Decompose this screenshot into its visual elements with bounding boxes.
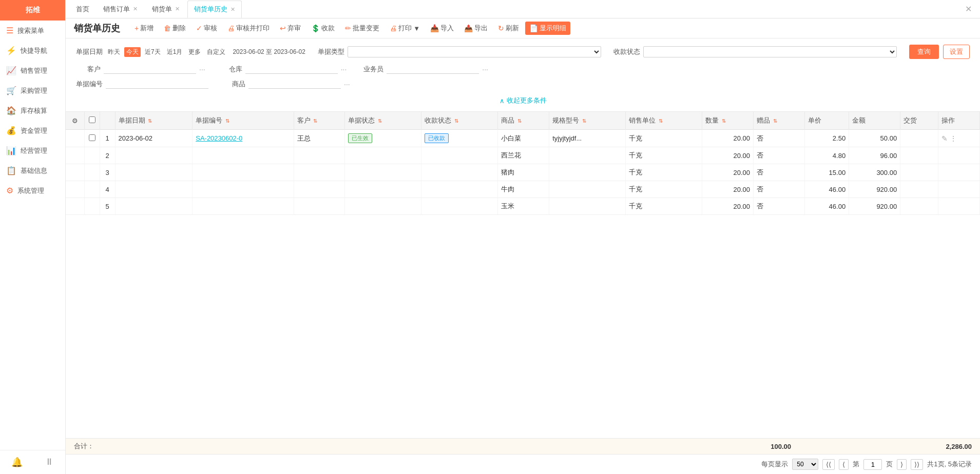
- sidebar-item-sales-mgmt[interactable]: 📈 销售管理: [0, 61, 65, 81]
- tab-sales-order-close[interactable]: ✕: [133, 6, 138, 12]
- row-num: 3: [100, 164, 115, 181]
- add-button[interactable]: + 新增: [130, 22, 158, 35]
- doc-type-select[interactable]: [348, 46, 601, 57]
- collect-icon: 💲: [311, 24, 320, 32]
- more-icon[interactable]: ⋮: [950, 134, 957, 143]
- row-unit-price: 46.00: [804, 181, 849, 198]
- table-body: 1 2023-06-02 SA-20230602-0 王总 已生效 已收款 小白…: [66, 130, 980, 215]
- collect-button[interactable]: 💲 收款: [307, 22, 339, 35]
- sidebar-item-label: 采购管理: [21, 86, 47, 95]
- col-spec[interactable]: 规格型号 ⇅: [549, 112, 626, 130]
- doc-number-input[interactable]: [106, 79, 208, 89]
- row-payment-status: [421, 164, 498, 181]
- edit-icon[interactable]: ✎: [941, 134, 948, 143]
- salesperson-input[interactable]: [387, 64, 479, 74]
- shortcut-custom[interactable]: 自定义: [205, 47, 227, 57]
- refresh-icon: ↻: [498, 24, 504, 32]
- pause-icon[interactable]: ⏸: [43, 455, 56, 470]
- refresh-button[interactable]: ↻ 刷新: [494, 22, 523, 35]
- row-check[interactable]: [84, 130, 100, 147]
- first-page-button[interactable]: ⟨⟨: [822, 459, 835, 470]
- row-goods: 猪肉: [498, 164, 549, 181]
- row-check[interactable]: [84, 181, 100, 198]
- row-goods: 西兰花: [498, 147, 549, 164]
- col-sales-unit[interactable]: 销售单位 ⇅: [626, 112, 702, 130]
- row-doc-number[interactable]: [193, 147, 294, 164]
- sidebar-item-ops-mgmt[interactable]: 📊 经营管理: [0, 141, 65, 161]
- notification-icon[interactable]: 🔔: [9, 455, 25, 470]
- tab-sales-history-label: 销货单历史: [194, 5, 227, 14]
- sidebar-item-purchase-mgmt[interactable]: 🛒 采购管理: [0, 81, 65, 101]
- shortcut-yesterday[interactable]: 昨天: [106, 47, 122, 57]
- batch-change-button[interactable]: ✏ 批量变更: [341, 22, 383, 35]
- row-doc-number[interactable]: [193, 181, 294, 198]
- sidebar-item-inventory[interactable]: 🏠 库存核算: [0, 101, 65, 121]
- setting-button[interactable]: 设置: [943, 45, 970, 59]
- col-goods[interactable]: 商品 ⇅: [498, 112, 549, 130]
- col-customer[interactable]: 客户 ⇅: [294, 112, 345, 130]
- abandon-button[interactable]: ↩ 弃审: [276, 22, 305, 35]
- row-customer: [294, 164, 345, 181]
- sidebar-item-search-menu[interactable]: ☰ 搜索菜单: [0, 21, 65, 41]
- sidebar-item-finance-mgmt[interactable]: 💰 资金管理: [0, 121, 65, 141]
- warehouse-ellipsis[interactable]: ···: [341, 65, 347, 73]
- row-sales-unit: 千克: [626, 181, 702, 198]
- select-all-checkbox[interactable]: [89, 116, 95, 123]
- salesperson-ellipsis[interactable]: ···: [482, 65, 488, 73]
- export-button[interactable]: 📤 导出: [460, 22, 492, 35]
- col-doc-date[interactable]: 单据日期 ⇅: [115, 112, 193, 130]
- tab-sales-history[interactable]: 销货单历史 ✕: [187, 1, 242, 18]
- row-check[interactable]: [84, 164, 100, 181]
- col-gear[interactable]: ⚙: [66, 112, 84, 130]
- row-doc-number[interactable]: [193, 198, 294, 215]
- per-page-select[interactable]: 50 20 100: [792, 459, 818, 470]
- last-page-button[interactable]: ⟩⟩: [911, 459, 923, 470]
- print-button[interactable]: 🖨 打印 ▼: [386, 22, 424, 35]
- sidebar-item-quick-nav[interactable]: ⚡ 快捷导航: [0, 41, 65, 61]
- next-page-button[interactable]: ⟩: [897, 459, 907, 470]
- shortcut-last1month[interactable]: 近1月: [165, 47, 185, 57]
- goods-input[interactable]: [248, 79, 341, 89]
- col-quantity[interactable]: 数量 ⇅: [702, 112, 754, 130]
- tab-home[interactable]: 首页: [70, 1, 95, 18]
- payment-status-select[interactable]: [643, 46, 897, 57]
- delete-button[interactable]: 🗑 删除: [160, 22, 190, 35]
- tab-sales-delivery[interactable]: 销货单 ✕: [145, 1, 186, 18]
- warehouse-input[interactable]: [245, 64, 338, 74]
- shortcut-last7days[interactable]: 近7天: [143, 47, 163, 57]
- customer-input[interactable]: [104, 64, 196, 74]
- col-doc-status[interactable]: 单据状态 ⇅: [345, 112, 421, 130]
- collapse-button[interactable]: ∧ 收起更多条件: [76, 94, 970, 105]
- audit-button[interactable]: ✓ 审核: [192, 22, 221, 35]
- row-doc-date: [115, 181, 193, 198]
- filter-row-1: 单据日期 昨天 今天 近7天 近1月 更多 自定义 2023-06-02 至 2…: [76, 45, 970, 59]
- page-number-input[interactable]: [863, 459, 882, 470]
- col-doc-number[interactable]: 单据编号 ⇅: [193, 112, 294, 130]
- row-doc-number[interactable]: [193, 164, 294, 181]
- window-close-icon[interactable]: ✕: [961, 4, 976, 14]
- sidebar-item-sys-mgmt[interactable]: ⚙ 系统管理: [0, 181, 65, 201]
- goods-ellipsis[interactable]: ···: [344, 80, 350, 88]
- import-button[interactable]: 📥 导入: [426, 22, 458, 35]
- tab-sales-delivery-close[interactable]: ✕: [175, 6, 180, 12]
- tab-sales-order[interactable]: 销售订单 ✕: [97, 1, 144, 18]
- shortcut-more[interactable]: 更多: [186, 47, 203, 57]
- shortcut-today[interactable]: 今天: [124, 47, 141, 57]
- show-detail-button[interactable]: 📄 显示明细: [525, 22, 570, 35]
- audit-print-button[interactable]: 🖨 审核并打印: [223, 22, 274, 35]
- sort-spec-icon: ⇅: [582, 118, 586, 124]
- customer-filter: 客户 ···: [76, 64, 205, 74]
- row-check[interactable]: [84, 147, 100, 164]
- customer-ellipsis[interactable]: ···: [199, 65, 205, 73]
- row-check[interactable]: [84, 198, 100, 215]
- table-section: ⚙ 单据日期 ⇅ 单据编号 ⇅ 客户 ⇅: [66, 112, 980, 474]
- row-doc-number[interactable]: SA-20230602-0: [193, 130, 294, 147]
- row-goods: 玉米: [498, 198, 549, 215]
- col-gift[interactable]: 赠品 ⇅: [754, 112, 805, 130]
- prev-page-button[interactable]: ⟨: [839, 459, 849, 470]
- col-payment-status[interactable]: 收款状态 ⇅: [421, 112, 498, 130]
- query-button[interactable]: 查询: [909, 45, 939, 59]
- tab-sales-history-close[interactable]: ✕: [230, 6, 235, 13]
- sidebar-item-base-info[interactable]: 📋 基础信息: [0, 161, 65, 181]
- sort-quantity-icon: ⇅: [722, 118, 726, 124]
